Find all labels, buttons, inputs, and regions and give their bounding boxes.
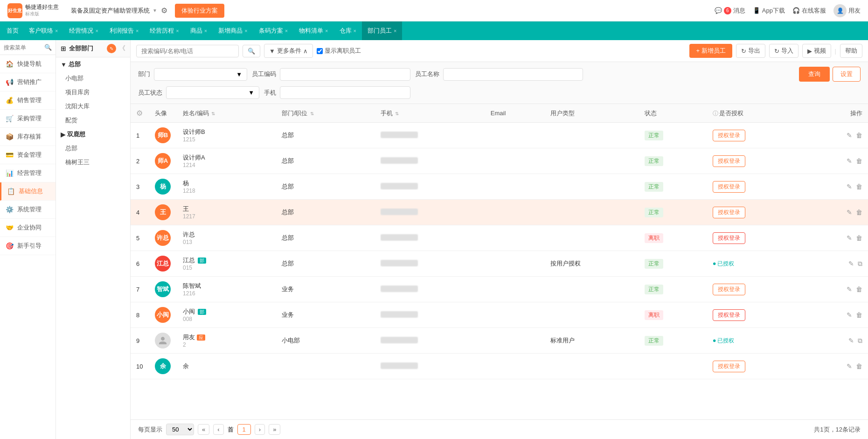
set-button[interactable]: 设置 xyxy=(833,67,861,82)
dept-item-nanshu[interactable]: 楠树王三 xyxy=(56,155,130,169)
auth-button[interactable]: 授权登录 xyxy=(713,130,745,141)
copy-button[interactable]: ⧉ xyxy=(858,260,862,268)
sidebar-item-collab[interactable]: 🤝 企业协同 xyxy=(0,219,56,237)
query-button[interactable]: 查询 xyxy=(799,67,830,82)
sidebar-item-system[interactable]: ⚙️ 系统管理 xyxy=(0,201,56,219)
sidebar-item-finance[interactable]: 💳 资金管理 xyxy=(0,146,56,164)
help-button[interactable]: 帮助 xyxy=(840,44,862,58)
page-size-select[interactable]: 50 100 xyxy=(166,424,194,435)
delete-button[interactable]: 🗑 xyxy=(856,209,862,216)
first-page-button[interactable]: « xyxy=(198,424,209,435)
sidebar-item-guide[interactable]: 🎯 新手引导 xyxy=(0,237,56,255)
emp-name-input[interactable] xyxy=(443,68,583,81)
close-icon[interactable]: × xyxy=(95,28,98,34)
close-icon[interactable]: × xyxy=(176,28,179,34)
tab-employees[interactable]: 部门员工 × xyxy=(362,21,402,40)
dept-item-project[interactable]: 项目库房 xyxy=(56,85,130,99)
message-button[interactable]: 💬 6 消息 xyxy=(715,7,745,15)
tab-add-goods[interactable]: 新增商品 × xyxy=(213,21,253,40)
close-icon[interactable]: × xyxy=(325,28,328,34)
close-icon[interactable]: × xyxy=(285,28,288,34)
sidebar-item-inventory[interactable]: 📦 库存核算 xyxy=(0,128,56,146)
sidebar-item-marketing[interactable]: 📢 营销推广 xyxy=(0,73,56,91)
collapse-btn[interactable]: 《 xyxy=(119,44,125,53)
trial-button[interactable]: 体验行业方案 xyxy=(175,4,224,18)
auth-button[interactable]: 授权登录 xyxy=(713,155,745,167)
system-title[interactable]: 装备及固定资产辅助管理系统 ▼ xyxy=(71,7,157,15)
auth-button[interactable]: 授权登录 xyxy=(713,181,745,193)
close-icon[interactable]: × xyxy=(244,28,247,34)
dept-group-general[interactable]: ▼ 总部 xyxy=(56,57,130,71)
show-resigned-checkbox[interactable]: 显示离职员工 xyxy=(317,47,361,55)
edit-button[interactable]: ✎ xyxy=(848,260,854,268)
tab-history[interactable]: 经营历程 × xyxy=(144,21,184,40)
dept-select[interactable]: ▼ xyxy=(154,68,247,81)
settings-icon[interactable]: ⚙ xyxy=(136,109,143,117)
auth-button[interactable]: 授权登录 xyxy=(713,232,745,244)
col-dept[interactable]: 部门/职位 ⇅ xyxy=(276,104,375,123)
delete-button[interactable]: 🗑 xyxy=(856,311,862,319)
app-download-button[interactable]: 📱 App下载 xyxy=(753,7,785,15)
dept-item-shenyang[interactable]: 沈阳大库 xyxy=(56,99,130,113)
tab-customer[interactable]: 客户联络 × xyxy=(23,21,63,40)
edit-button[interactable]: ✎ xyxy=(847,132,852,139)
dept-item-small-elec[interactable]: 小电部 xyxy=(56,71,130,85)
prev-page-button[interactable]: ‹ xyxy=(213,424,223,435)
dept-edit-btn[interactable]: ✎ xyxy=(107,44,116,53)
user-menu[interactable]: 👤 用友 xyxy=(833,4,861,17)
copy-button[interactable]: ⧉ xyxy=(858,337,862,345)
last-page-button[interactable]: » xyxy=(269,424,280,435)
sidebar-item-management[interactable]: 📊 经营管理 xyxy=(0,164,56,182)
tab-profit[interactable]: 利润报告 × xyxy=(104,21,144,40)
auth-button[interactable]: 授权登录 xyxy=(713,284,745,295)
tab-goods[interactable]: 商品 × xyxy=(185,21,213,40)
more-filter-button[interactable]: ▼ 更多条件 ∧ xyxy=(264,44,313,58)
gear-button[interactable]: ⚙ xyxy=(161,6,167,15)
close-icon[interactable]: × xyxy=(55,28,58,34)
emp-code-input[interactable] xyxy=(280,68,410,81)
add-employee-button[interactable]: + 新增员工 xyxy=(689,44,732,58)
edit-button[interactable]: ✎ xyxy=(848,337,854,345)
delete-button[interactable]: 🗑 xyxy=(856,286,862,293)
dept-item-distribution[interactable]: 配货 xyxy=(56,113,130,127)
search-button[interactable]: 🔍 xyxy=(243,45,260,57)
edit-button[interactable]: ✎ xyxy=(847,286,852,293)
delete-button[interactable]: 🗑 xyxy=(856,132,862,139)
sidebar-search-input[interactable] xyxy=(4,44,44,51)
edit-button[interactable]: ✎ xyxy=(847,362,852,370)
tab-barcode[interactable]: 条码方案 × xyxy=(253,21,293,40)
edit-button[interactable]: ✎ xyxy=(847,234,852,242)
import-button[interactable]: ↻ 导入 xyxy=(769,44,799,58)
tab-home[interactable]: 首页 xyxy=(2,21,23,40)
auth-button[interactable]: 授权登录 xyxy=(713,309,745,321)
sidebar-item-basic[interactable]: 📋 基础信息 xyxy=(0,182,56,201)
dept-item-headquarters[interactable]: 总部 xyxy=(56,141,130,155)
delete-button[interactable]: 🗑 xyxy=(856,183,862,190)
auth-button[interactable]: 授权登录 xyxy=(713,361,745,372)
tab-warehouse[interactable]: 仓库 × xyxy=(334,21,362,40)
close-icon[interactable]: × xyxy=(394,28,396,34)
delete-button[interactable]: 🗑 xyxy=(856,234,862,242)
col-name-code[interactable]: 姓名/编码 ⇅ xyxy=(177,104,276,123)
sidebar-item-sales[interactable]: 💰 销售管理 xyxy=(0,91,56,110)
auth-button[interactable]: 授权登录 xyxy=(713,207,745,218)
edit-button[interactable]: ✎ xyxy=(847,183,852,190)
search-input[interactable] xyxy=(136,45,239,57)
sidebar-item-shortcut[interactable]: 🏠 快捷导航 xyxy=(0,55,56,73)
view-button[interactable]: ▶ 视频 xyxy=(802,44,831,58)
tab-operation[interactable]: 经营情况 × xyxy=(63,21,104,40)
next-page-button[interactable]: › xyxy=(255,424,265,435)
col-phone[interactable]: 手机 ⇅ xyxy=(375,104,485,123)
edit-button[interactable]: ✎ xyxy=(847,311,852,319)
status-select[interactable]: ▼ xyxy=(166,86,259,99)
edit-button[interactable]: ✎ xyxy=(847,157,852,165)
tab-bom[interactable]: 物料清单 × xyxy=(293,21,333,40)
close-icon[interactable]: × xyxy=(136,28,139,34)
close-icon[interactable]: × xyxy=(204,28,207,34)
close-icon[interactable]: × xyxy=(354,28,356,34)
delete-button[interactable]: 🗑 xyxy=(856,157,862,165)
phone-input[interactable] xyxy=(280,86,410,99)
dept-group-shuanglux[interactable]: ▶ 双鹿想 xyxy=(56,127,130,141)
delete-button[interactable]: 🗑 xyxy=(856,362,862,370)
export-button[interactable]: ↻ 导出 xyxy=(736,44,765,58)
